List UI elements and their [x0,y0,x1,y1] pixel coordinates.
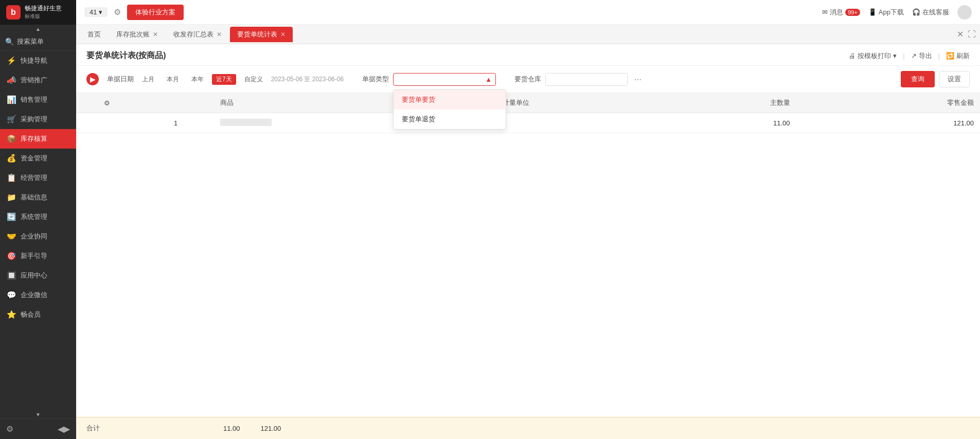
message-item[interactable]: ✉ 消息 99+ [822,8,860,17]
phone-icon: 📱 [868,8,877,16]
purchase-icon: 🛒 [6,115,16,124]
sidebar-item-wechat[interactable]: 💬 企业微信 [0,285,76,305]
user-avatar[interactable] [957,5,972,20]
date-last-7-btn[interactable]: 近7天 [212,74,236,85]
date-this-year-btn[interactable]: 本年 [187,74,208,85]
sidebar-item-sales[interactable]: 📊 销售管理 [0,90,76,109]
sidebar-item-label: 新手引导 [21,251,47,261]
sidebar-item-label: 企业微信 [21,290,47,300]
filter-expand-button[interactable]: ▶ [86,73,99,85]
total-qty: 11.00 [223,425,240,432]
setting-button[interactable]: 设置 [939,71,970,87]
sidebar-item-label: 营销推广 [21,76,47,85]
warehouse-filter-group: 要货仓库 ··· [514,73,642,86]
tab-inventory-batch[interactable]: 库存批次账 ✕ [109,27,165,42]
app-download-item[interactable]: 📱 App下载 [868,8,904,17]
collapse-icon[interactable]: ◀▶ [58,424,70,434]
table-row: 1 块 11.00 121.00 [76,113,980,133]
sidebar-item-marketing[interactable]: 📣 营销推广 [0,70,76,90]
row-gear-cell [76,113,137,133]
table-footer: 合计 11.00 121.00 [76,417,980,439]
sidebar-search[interactable]: 🔍 搜索菜单 [0,33,76,51]
column-qty: 主数量 [643,93,796,113]
tab-home-label: 首页 [87,30,101,39]
dropdown-item-label: 要货单退货 [402,115,435,123]
refresh-button[interactable]: 🔁 刷新 [946,51,970,61]
tab-collection-summary[interactable]: 收发存汇总表 ✕ [166,27,229,42]
type-filter-group: 单据类型 ▲ 要货单要货 要货单退货 [362,73,496,86]
chevron-up-icon[interactable]: ▲ [485,76,492,83]
sidebar-item-purchase[interactable]: 🛒 采购管理 [0,109,76,129]
sidebar-item-operation[interactable]: 📋 经营管理 [0,168,76,188]
tab-requisition-stats[interactable]: 要货单统计表 ✕ [230,27,293,42]
sidebar-item-label: 企业协同 [21,232,47,241]
tab-home[interactable]: 首页 [80,27,108,42]
refresh-icon: 🔁 [946,52,954,60]
row-unit-cell: 块 [490,113,643,133]
dropdown-item-requisition-return[interactable]: 要货单退货 [394,109,506,129]
membership-icon: ⭐ [6,310,16,319]
date-custom-btn[interactable]: 自定义 [240,74,267,85]
trial-button[interactable]: 体验行业方案 [127,5,184,20]
dropdown-item-requisition-order[interactable]: 要货单要货 [394,90,506,109]
sidebar-item-label: 畅会员 [21,310,41,319]
sidebar-item-guide[interactable]: 🎯 新手引导 [0,246,76,266]
tab-count[interactable]: 41 ▾ [84,7,108,17]
chevron-down-icon: ▾ [893,52,897,60]
online-service-item[interactable]: 🎧 在线客服 [912,8,949,17]
date-filter-group: 单据日期 上月 本月 本年 近7天 自定义 2023-05-06 至 2023-… [107,74,344,85]
app-download-label: App下载 [879,8,904,17]
quick-nav-icon: ⚡ [6,56,16,65]
message-icon: ✉ [822,8,828,16]
close-icon[interactable]: ✕ [153,31,158,38]
query-button[interactable]: 查询 [901,71,935,87]
content-area: 要货单统计表(按商品) 🖨 按模板打印 ▾ | ↗ 导出 | 🔁 刷新 [76,44,980,439]
settings-icon[interactable]: ⚙ [6,424,13,434]
refresh-label: 刷新 [956,51,970,61]
more-options-icon[interactable]: ··· [634,74,642,85]
column-gear[interactable]: ⚙ [76,93,137,113]
print-template-button[interactable]: 🖨 按模板打印 ▾ [849,51,897,61]
warehouse-filter-input[interactable] [545,73,628,86]
sidebar-item-quick-nav[interactable]: ⚡ 快捷导航 [0,51,76,70]
divider: | [938,52,940,60]
sidebar-item-basic[interactable]: 📁 基础信息 [0,188,76,207]
online-service-label: 在线客服 [922,8,949,17]
topbar-left: 41 ▾ ⚙ 体验行业方案 [84,5,184,20]
app-name: 畅捷通好生意 [25,5,62,13]
tab-requisition-stats-label: 要货单统计表 [237,30,277,39]
expand-icon[interactable]: ⛶ [968,30,976,39]
main-area: 41 ▾ ⚙ 体验行业方案 ✉ 消息 99+ 📱 App下载 🎧 在线客服 [76,0,980,439]
sidebar-scroll-down[interactable]: ▼ [0,410,76,418]
system-icon: 🔄 [6,212,16,222]
sidebar-item-app-center[interactable]: 🔲 应用中心 [0,266,76,285]
export-button[interactable]: ↗ 导出 [911,51,932,61]
data-table: ⚙ 商品 主计量单位 主数量 零售金额 [76,93,980,133]
tabs-bar: 首页 库存批次账 ✕ 收发存汇总表 ✕ 要货单统计表 ✕ ✕ ⛶ [76,25,980,44]
tab-count-value: 41 [90,8,97,16]
headset-icon: 🎧 [912,8,920,16]
close-icon[interactable]: ✕ [280,31,286,38]
content-header: 要货单统计表(按商品) 🖨 按模板打印 ▾ | ↗ 导出 | 🔁 刷新 [76,44,980,66]
sidebar-item-label: 库存核算 [21,134,47,143]
row-num-cell: 1 [137,113,214,133]
tab-inventory-batch-label: 库存批次账 [116,30,150,39]
row-qty-cell: 11.00 [643,113,796,133]
export-icon: ↗ [911,52,917,60]
date-this-month-btn[interactable]: 本月 [163,74,183,85]
sidebar-scroll-up[interactable]: ▲ [0,25,76,33]
type-filter-input[interactable] [393,73,496,86]
sidebar-item-inventory[interactable]: 📦 库存核算 [0,129,76,149]
close-icon[interactable]: ✕ [217,31,222,38]
gear-icon[interactable]: ⚙ [114,7,121,17]
sidebar-item-enterprise[interactable]: 🤝 企业协同 [0,227,76,246]
close-all-icon[interactable]: ✕ [957,29,964,39]
sidebar-item-finance[interactable]: 💰 资金管理 [0,149,76,168]
sidebar-item-membership[interactable]: ⭐ 畅会员 [0,305,76,324]
marketing-icon: 📣 [6,76,16,85]
sidebar: b 畅捷通好生意 标准版 ▲ 🔍 搜索菜单 ⚡ 快捷导航 📣 营销推广 📊 销售… [0,0,76,439]
column-unit: 主计量单位 [490,93,643,113]
sidebar-item-system[interactable]: 🔄 系统管理 [0,207,76,227]
date-last-month-btn[interactable]: 上月 [138,74,158,85]
sales-icon: 📊 [6,95,16,104]
